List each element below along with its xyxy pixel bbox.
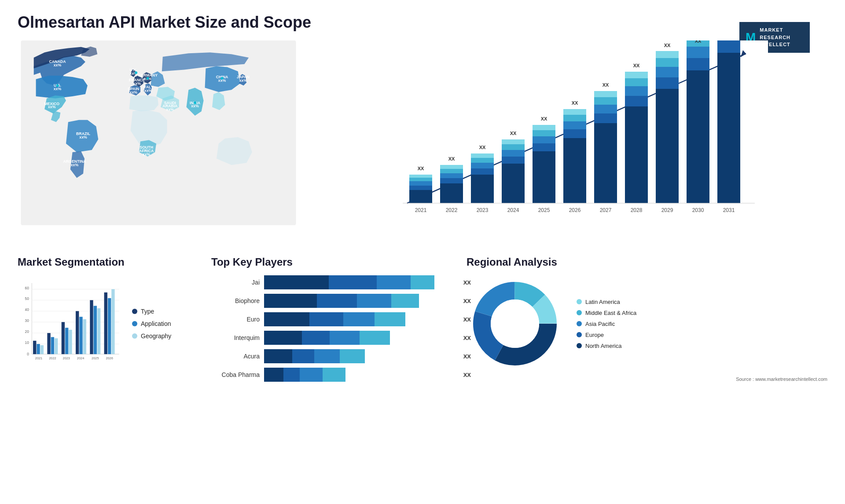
svg-text:2021: 2021	[35, 356, 42, 360]
svg-point-33	[56, 84, 59, 87]
svg-rect-63	[502, 139, 525, 144]
svg-text:xx%: xx%	[144, 88, 152, 93]
player-row-acura: Acura XX	[211, 349, 458, 363]
reg-label-latin: Latin America	[585, 299, 620, 305]
logo-line2: RESEARCH	[760, 34, 790, 41]
svg-rect-65	[533, 151, 555, 203]
svg-text:30: 30	[25, 318, 29, 323]
reg-label-mea: Middle East & Africa	[585, 310, 636, 316]
svg-text:50: 50	[25, 296, 29, 301]
svg-text:xx%: xx%	[71, 163, 79, 167]
svg-text:2021: 2021	[415, 207, 427, 213]
svg-rect-81	[594, 91, 617, 97]
svg-rect-139	[62, 322, 65, 354]
reg-dot-latin	[577, 299, 582, 304]
segmentation-section: Market Segmentation 0 10 20 30 40 50 60	[18, 256, 202, 382]
svg-rect-86	[625, 78, 648, 86]
svg-rect-141	[69, 330, 72, 354]
svg-rect-149	[97, 308, 100, 354]
svg-text:2026: 2026	[106, 356, 113, 360]
player-xx-acura: XX	[463, 353, 471, 360]
reg-label-apac: Asia Pacific	[585, 321, 615, 327]
reg-dot-na	[577, 343, 582, 348]
svg-rect-61	[502, 150, 525, 157]
legend-application-dot	[132, 321, 137, 326]
svg-rect-90	[656, 77, 679, 89]
svg-rect-69	[533, 125, 555, 130]
player-bar-euro: XX	[264, 312, 458, 326]
svg-point-34	[135, 71, 137, 74]
reg-legend-mea: Middle East & Africa	[577, 310, 636, 316]
svg-text:XX: XX	[479, 145, 486, 150]
svg-rect-96	[687, 58, 709, 70]
svg-text:2030: 2030	[692, 207, 704, 213]
svg-rect-80	[594, 97, 617, 105]
svg-rect-143	[76, 311, 79, 354]
legend-application: Application	[132, 320, 171, 327]
svg-text:XX: XX	[418, 166, 424, 171]
source-text: Source : www.marketresearchintellect.com	[467, 376, 827, 382]
growth-bar-chart: XX XX XX XX	[312, 40, 827, 243]
svg-rect-67	[533, 136, 555, 143]
svg-rect-42	[409, 186, 432, 190]
svg-rect-66	[533, 143, 555, 151]
legend-application-label: Application	[141, 320, 171, 327]
player-row-euro: Euro XX	[211, 312, 458, 326]
reg-dot-apac	[577, 321, 582, 326]
player-row-interquim: Interquim XX	[211, 331, 458, 345]
svg-rect-147	[90, 300, 93, 354]
svg-rect-95	[687, 70, 709, 203]
reg-legend-apac: Asia Pacific	[577, 321, 636, 327]
svg-rect-148	[94, 306, 97, 354]
player-name-coba: Coba Pharma	[211, 371, 260, 378]
player-name-jai: Jai	[211, 279, 260, 286]
reg-legend-na: North America	[577, 343, 636, 349]
svg-rect-72	[563, 129, 586, 138]
key-players-section: Top Key Players Jai XX	[211, 256, 458, 382]
svg-rect-45	[409, 175, 432, 178]
reg-dot-europe	[577, 332, 582, 337]
svg-text:xx%: xx%	[48, 105, 56, 109]
svg-rect-144	[79, 317, 82, 354]
svg-rect-85	[625, 86, 648, 96]
svg-text:2031: 2031	[723, 207, 735, 213]
svg-rect-41	[409, 190, 432, 203]
svg-text:xx%: xx%	[143, 152, 151, 157]
svg-text:xx%: xx%	[54, 63, 62, 67]
svg-rect-79	[594, 105, 617, 113]
svg-text:xx%: xx%	[191, 104, 199, 108]
bottom-section: Market Segmentation 0 10 20 30 40 50 60	[18, 256, 827, 382]
svg-text:2024: 2024	[507, 207, 519, 213]
svg-rect-71	[563, 138, 586, 203]
top-section: CANADA xx% U.S. xx% MEXICO xx% BRAZIL xx…	[18, 40, 827, 243]
svg-text:XX: XX	[695, 40, 702, 44]
svg-rect-132	[37, 344, 40, 354]
svg-text:2023: 2023	[477, 207, 489, 213]
svg-text:XX: XX	[541, 116, 547, 121]
svg-text:2022: 2022	[446, 207, 458, 213]
player-name-biophore: Biophore	[211, 297, 260, 304]
svg-rect-97	[687, 47, 709, 58]
svg-rect-53	[471, 175, 494, 203]
player-xx-coba: XX	[463, 372, 471, 378]
svg-text:xx%: xx%	[54, 87, 62, 91]
donut-chart	[467, 275, 563, 372]
svg-rect-74	[563, 115, 586, 121]
players-list: Jai XX Biophore	[211, 275, 458, 382]
svg-rect-131	[33, 341, 36, 354]
svg-text:2026: 2026	[569, 207, 581, 213]
svg-rect-47	[440, 183, 463, 203]
svg-rect-59	[502, 164, 525, 203]
page-title: Olmesartan API Market Size and Scope	[18, 13, 827, 32]
player-bar-biophore: XX	[264, 294, 458, 308]
svg-rect-136	[51, 337, 54, 354]
svg-rect-60	[502, 157, 525, 164]
svg-point-37	[194, 102, 196, 104]
svg-text:xx%: xx%	[166, 107, 174, 112]
svg-rect-89	[656, 89, 679, 203]
player-name-euro: Euro	[211, 316, 260, 323]
svg-rect-48	[440, 178, 463, 183]
svg-rect-50	[440, 169, 463, 173]
svg-rect-151	[104, 292, 107, 354]
player-name-interquim: Interquim	[211, 334, 260, 341]
